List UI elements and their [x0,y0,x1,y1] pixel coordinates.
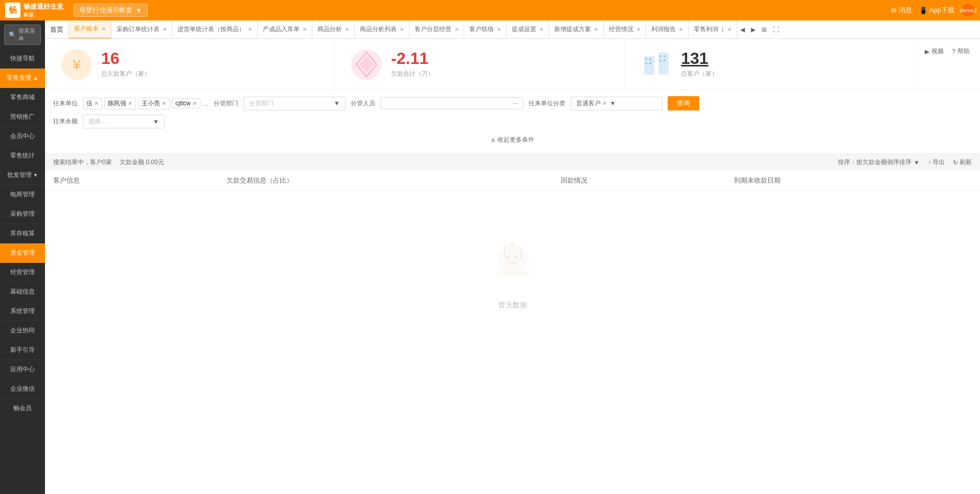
stat-info-amount: -2.11 欠款合计（万） [391,50,434,78]
sidebar-item-new-guide[interactable]: 新手引导 [0,341,45,360]
play-icon: ▶ [925,48,929,55]
tab-fullscreen-button[interactable]: ⛶ [770,26,782,33]
tab-close-icon[interactable]: ✕ [102,26,106,32]
industry-selector[interactable]: 母婴行业演示帐套 ▼ [74,4,148,17]
sidebar-item-operation-mgmt[interactable]: 经营管理 [0,263,45,282]
sidebar-item-retail-mall[interactable]: 零售商城 [0,88,45,107]
collapse-icon: ∧ [491,137,495,144]
empty-state: 暂无数据 [45,191,980,351]
sidebar-item-enterprise-wechat[interactable]: 企业微信 [0,379,45,399]
tab-customer-contact[interactable]: 客户联络 ✕ [464,20,507,39]
sidebar-item-app-center[interactable]: 应用中心 [0,360,45,379]
sidebar-item-retail-mgmt[interactable]: 零售管理 ▲ [0,69,45,88]
tab-scroll-right[interactable]: ▶ [748,26,759,33]
filter-row-1: 往来单位 伍 ✕ 陈民强 ✕ 王小亮 [53,96,972,110]
message-button[interactable]: ✉ 消息 [891,6,912,15]
tab-product-analysis-list[interactable]: 商品分析列表 ✕ [355,20,409,39]
ellipsis-icon: ··· [513,100,518,107]
sort-selector[interactable]: 排序：按欠款金额倒序排序 ▼ [838,158,920,167]
tab-close-icon[interactable]: ✕ [497,27,501,32]
dept-selector[interactable]: 分管部门 ▼ [243,97,346,110]
tab-close-icon[interactable]: ✕ [345,27,349,32]
balance-selector[interactable]: 选择... ▼ [83,115,165,128]
export-button[interactable]: ↑ 导出 [928,158,945,167]
sidebar-item-basic-info[interactable]: 基础信息 [0,282,45,302]
sidebar-search-box[interactable]: 🔍 搜索菜单 [4,25,41,45]
sidebar-item-purchase-mgmt[interactable]: 采购管理 [0,205,45,224]
tab-scroll-left[interactable]: ◀ [737,26,748,33]
sidebar: 🔍 搜索菜单 快捷导航 零售管理 ▲ 零售商城 营销推广 会员中心 零售统计 [0,20,45,494]
stat-icon-area-2 [350,48,383,81]
tab-purchase-order[interactable]: 采购订单统计表 ✕ [111,20,172,39]
tab-label: 零售利润（ [694,25,724,34]
collapse-button[interactable]: ∧ 收起更多条件 [488,132,537,147]
empty-row: 暂无数据 [45,191,980,351]
results-bar: 搜索结果中，客户0家 欠款金额 0.00元 排序：按欠款金额倒序排序 ▼ ↑ 导… [45,154,980,171]
svg-point-22 [518,245,521,249]
tab-close-icon[interactable]: ✕ [248,27,252,32]
app-download-button[interactable]: 📱 App下载 [919,6,954,15]
filter-tag-wang: 王小亮 ✕ [138,98,170,109]
sidebar-item-inventory[interactable]: 库存核算 [0,224,45,243]
help-area: ▶ 视频 ? 帮助 [915,39,980,89]
tag-close-chen[interactable]: ✕ [128,100,132,107]
tab-customer-segment[interactable]: 客户分层经营 ✕ [409,20,464,39]
person-selector[interactable]: ··· [380,97,523,109]
tab-close-icon[interactable]: ✕ [539,27,543,32]
filter-tag-chen: 陈民强 ✕ [104,98,136,109]
sidebar-item-system-mgmt[interactable]: 系统管理 [0,302,45,321]
sidebar-item-enterprise-coop[interactable]: 企业协同 [0,321,45,341]
tab-retail-profit[interactable]: 零售利润（ ✕ [689,20,737,39]
more-tags-button[interactable]: ... [202,99,209,107]
tab-accounts[interactable]: 客户账本 ✕ [69,20,111,39]
results-summary: 搜索结果中，客户0家 欠款金额 0.00元 [53,158,164,167]
tab-profit-report[interactable]: 利润报告 ✕ [646,20,689,39]
stat-info-total: 131 总客户（家） [681,50,718,78]
tab-close-icon[interactable]: ✕ [679,27,683,32]
sort-label: 排序：按欠款金额倒序排序 [838,158,911,167]
sidebar-item-wholesale-mgmt[interactable]: 批发管理 ▼ [0,166,45,185]
sidebar-item-label: 应用中心 [10,366,35,373]
question-icon: ? [952,48,955,55]
tab-close-icon[interactable]: ✕ [594,27,598,32]
refresh-button[interactable]: ↻ 刷新 [953,158,972,167]
tab-new-raise-plan[interactable]: 新增提成方案 ✕ [549,20,604,39]
tag-text: 陈民强 [108,99,126,108]
sidebar-item-marketing[interactable]: 营销推广 [0,107,45,127]
tab-close-icon[interactable]: ✕ [400,27,404,32]
tab-home[interactable]: 首页 [45,20,69,39]
tab-inbound-stats[interactable]: 进货单统计表（按商品） ✕ [172,20,258,39]
tab-label: 新增提成方案 [554,25,591,34]
tab-expand-button[interactable]: ⊞ [759,26,770,33]
sidebar-item-quick-nav[interactable]: 快捷导航 [0,49,45,69]
tab-close-icon[interactable]: ✕ [303,27,307,32]
tab-close-icon[interactable]: ✕ [727,27,732,32]
chevron-down-icon: ▼ [914,159,920,166]
sidebar-item-retail-stats[interactable]: 零售统计 [0,146,45,166]
tag-close-wang[interactable]: ✕ [162,100,166,107]
sidebar-item-capital-mgmt[interactable]: 资金管理 [0,243,45,263]
tab-production-in[interactable]: 产成品入库单 ✕ [258,20,312,39]
tab-operations[interactable]: 经营情况 ✕ [604,20,646,39]
tab-close-icon[interactable]: ✕ [636,27,641,32]
video-help-button[interactable]: ▶ 视频 [925,47,944,56]
tag-close-cjttcw[interactable]: ✕ [192,100,197,107]
tag-close-wu[interactable]: ✕ [94,100,99,107]
user-area[interactable]: demo2 [962,4,975,17]
tab-product-analysis[interactable]: 商品分析 ✕ [312,20,355,39]
query-button[interactable]: 查询 [668,96,699,110]
tab-label: 提成设置 [512,25,536,34]
tab-close-icon[interactable]: ✕ [454,27,459,32]
tab-bar: 首页 客户账本 ✕ 采购订单统计表 ✕ 进货单统计表（按商品） ✕ 产成品入库单… [45,20,980,39]
help-button[interactable]: ? 帮助 [952,47,970,56]
tab-raise-settings[interactable]: 提成设置 ✕ [507,20,549,39]
category-close[interactable]: ✕ [602,100,607,107]
sidebar-item-ecommerce[interactable]: 电商管理 [0,185,45,205]
stat-card-customers: ¥ 16 总欠款客户（家） [45,39,335,89]
sidebar-item-member-center[interactable]: 会员中心 [0,127,45,146]
category-selector[interactable]: 普通客户 ✕ ▼ [571,97,663,110]
tab-close-icon[interactable]: ✕ [163,27,167,32]
tab-label: 产成品入库单 [263,25,300,34]
svg-rect-12 [664,55,666,57]
sidebar-item-member-vip[interactable]: 畅会员 [0,399,45,418]
